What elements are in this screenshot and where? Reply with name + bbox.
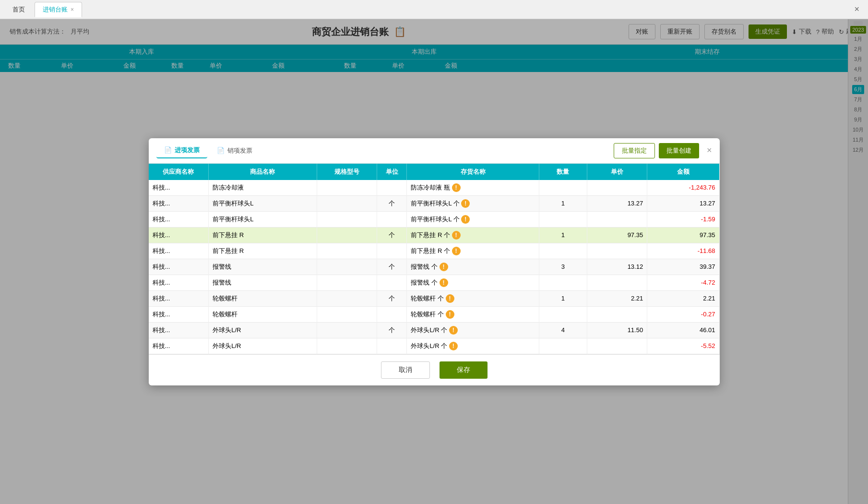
warning-icon: ! — [452, 183, 461, 192]
cell-quantity-9: 4 — [539, 322, 587, 338]
col-inventory-name: 存货名称 — [407, 164, 539, 180]
cell-unitprice-7: 2.21 — [587, 290, 647, 306]
cell-product-6: 报警线 — [209, 275, 317, 290]
cancel-button[interactable]: 取消 — [381, 361, 430, 379]
tab-active-label: 进销台账 — [43, 5, 68, 14]
modal-header-actions: 批量指定 批量创建 — [614, 143, 699, 158]
col-unit-price: 单价 — [587, 164, 647, 180]
col-supplier: 供应商名称 — [149, 164, 209, 180]
cell-unitprice-6 — [587, 275, 647, 290]
cell-unit-9: 个 — [377, 322, 407, 338]
cell-supplier-0: 科技... — [149, 180, 209, 196]
cell-quantity-1: 1 — [539, 195, 587, 211]
modal-footer: 取消 保存 — [149, 354, 720, 385]
batch-create-button[interactable]: 批量创建 — [659, 143, 699, 158]
table-header-row: 供应商名称 商品名称 规格型号 单位 存货名称 数量 单价 金额 — [149, 164, 720, 180]
warning-icon: ! — [440, 278, 448, 287]
cell-amount-5: 39.37 — [647, 259, 719, 275]
cell-inventory-0: 防冻冷却液 瓶 ! — [407, 180, 539, 196]
cell-product-10: 外球头L/R — [209, 338, 317, 354]
invoice-modal: 📄 进项发票 📄 销项发票 批量指定 批量创建 × — [149, 138, 720, 385]
cell-unit-1: 个 — [377, 195, 407, 211]
cell-inventory-1: 前平衡杆球头L 个 ! — [407, 195, 539, 211]
warning-icon: ! — [452, 247, 461, 255]
cell-quantity-2 — [539, 211, 587, 227]
cell-amount-7: 2.21 — [647, 290, 719, 306]
cell-unit-8 — [377, 306, 407, 322]
tab-close-icon[interactable]: × — [71, 6, 74, 13]
cell-supplier-3: 科技... — [149, 227, 209, 243]
save-button[interactable]: 保存 — [440, 361, 488, 379]
warning-icon: ! — [461, 215, 470, 224]
table-row: 科技... 前平衡杆球头L 个 前平衡杆球头L 个 ! 1 13.27 13.2… — [149, 195, 720, 211]
batch-assign-button[interactable]: 批量指定 — [614, 143, 655, 158]
cell-supplier-7: 科技... — [149, 290, 209, 306]
cell-supplier-5: 科技... — [149, 259, 209, 275]
sales-invoice-icon: 📄 — [217, 147, 225, 154]
cell-product-9: 外球头L/R — [209, 322, 317, 338]
cell-spec-2 — [317, 211, 377, 227]
cell-inventory-9: 外球头L/R 个 ! — [407, 322, 539, 338]
warning-icon: ! — [461, 199, 470, 208]
modal-header: 📄 进项发票 📄 销项发票 批量指定 批量创建 × — [149, 138, 720, 164]
table-row: 科技... 防冻冷却液 防冻冷却液 瓶 ! -1,243.76 — [149, 180, 720, 196]
cell-amount-6: -4.72 — [647, 275, 719, 290]
modal-backdrop: 📄 进项发票 📄 销项发票 批量指定 批量创建 × — [0, 19, 868, 504]
window-close-button[interactable]: × — [850, 4, 863, 14]
cell-unitprice-2 — [587, 211, 647, 227]
tab-incoming-invoice[interactable]: 📄 进项发票 — [156, 143, 207, 158]
table-row: 科技... 外球头L/R 个 外球头L/R 个 ! 4 11.50 46.01 — [149, 322, 720, 338]
table-row: 科技... 外球头L/R 外球头L/R 个 ! -5.52 — [149, 338, 720, 354]
cell-supplier-4: 科技... — [149, 243, 209, 259]
incoming-invoice-icon: 📄 — [164, 146, 172, 154]
tab-home[interactable]: 首页 — [5, 2, 33, 17]
cell-product-4: 前下悬挂 R — [209, 243, 317, 259]
cell-product-7: 轮毂螺杆 — [209, 290, 317, 306]
cell-spec-8 — [317, 306, 377, 322]
cell-unitprice-8 — [587, 306, 647, 322]
cell-unitprice-9: 11.50 — [587, 322, 647, 338]
cell-product-1: 前平衡杆球头L — [209, 195, 317, 211]
cell-inventory-6: 报警线 个 ! — [407, 275, 539, 290]
cell-product-8: 轮毂螺杆 — [209, 306, 317, 322]
cell-spec-9 — [317, 322, 377, 338]
modal-table-wrapper[interactable]: 供应商名称 商品名称 规格型号 单位 存货名称 数量 单价 金额 科技.. — [149, 164, 720, 354]
cell-unitprice-1: 13.27 — [587, 195, 647, 211]
cell-product-3: 前下悬挂 R — [209, 227, 317, 243]
cell-inventory-5: 报警线 个 ! — [407, 259, 539, 275]
tab-sales-invoice[interactable]: 📄 销项发票 — [209, 144, 260, 158]
invoice-table-body: 科技... 防冻冷却液 防冻冷却液 瓶 ! -1,243.76 科技... 前平… — [149, 180, 720, 354]
cell-amount-9: 46.01 — [647, 322, 719, 338]
cell-inventory-2: 前平衡杆球头L 个 ! — [407, 211, 539, 227]
cell-amount-3: 97.35 — [647, 227, 719, 243]
cell-spec-1 — [317, 195, 377, 211]
table-row: 科技... 轮毂螺杆 个 轮毂螺杆 个 ! 1 2.21 2.21 — [149, 290, 720, 306]
table-row: 科技... 前下悬挂 R 前下悬挂 R 个 ! -11.68 — [149, 243, 720, 259]
cell-inventory-4: 前下悬挂 R 个 ! — [407, 243, 539, 259]
col-product-name: 商品名称 — [209, 164, 317, 180]
col-unit: 单位 — [377, 164, 407, 180]
cell-product-0: 防冻冷却液 — [209, 180, 317, 196]
cell-quantity-3: 1 — [539, 227, 587, 243]
tab-active[interactable]: 进销台账 × — [35, 2, 82, 17]
cell-quantity-4 — [539, 243, 587, 259]
cell-inventory-7: 轮毂螺杆 个 ! — [407, 290, 539, 306]
modal-close-button[interactable]: × — [707, 145, 712, 156]
cell-unit-7: 个 — [377, 290, 407, 306]
table-row: 科技... 报警线 个 报警线 个 ! 3 13.12 39.37 — [149, 259, 720, 275]
cell-product-2: 前平衡杆球头L — [209, 211, 317, 227]
cell-inventory-10: 外球头L/R 个 ! — [407, 338, 539, 354]
cell-quantity-7: 1 — [539, 290, 587, 306]
cell-unit-0 — [377, 180, 407, 196]
cell-supplier-6: 科技... — [149, 275, 209, 290]
top-tabs-bar: 首页 进销台账 × × — [0, 0, 868, 19]
cell-inventory-8: 轮毂螺杆 个 ! — [407, 306, 539, 322]
warning-icon: ! — [452, 231, 461, 240]
cell-product-5: 报警线 — [209, 259, 317, 275]
cell-unit-4 — [377, 243, 407, 259]
cell-amount-4: -11.68 — [647, 243, 719, 259]
cell-unitprice-0 — [587, 180, 647, 196]
cell-spec-7 — [317, 290, 377, 306]
cell-unitprice-5: 13.12 — [587, 259, 647, 275]
cell-spec-10 — [317, 338, 377, 354]
